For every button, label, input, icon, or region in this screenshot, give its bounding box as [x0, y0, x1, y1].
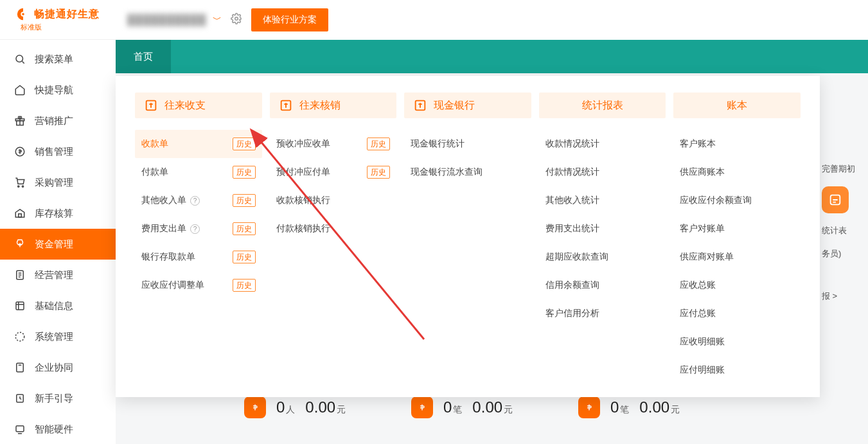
svg-rect-10 [16, 302, 24, 310]
sidebar-item-label: 基础信息 [35, 300, 73, 312]
svg-rect-14 [16, 426, 24, 432]
snippet-text: 完善期初 [822, 163, 855, 175]
stats-shortcut-icon[interactable] [822, 186, 849, 213]
help-icon[interactable]: ? [190, 224, 200, 234]
try-plan-button[interactable]: 体验行业方案 [251, 8, 328, 31]
ledger-icon [413, 98, 427, 112]
history-badge[interactable]: 历史 [367, 138, 390, 150]
mega-item[interactable]: 付款情况统计 [539, 158, 666, 186]
sidebar-item-sell[interactable]: 销售管理 [0, 136, 116, 167]
mega-column-header: 往来核销 [270, 93, 397, 118]
snippet-text: 务员) [822, 248, 841, 260]
sidebar: 畅捷通好生意 标准版 搜索菜单快捷导航营销推广销售管理采购管理库存核算资金管理经… [0, 0, 116, 444]
mega-item[interactable]: 应付总账 [673, 299, 801, 328]
mega-item-label: 预收冲应收单 [276, 138, 330, 150]
mega-item-label: 应收应付调整单 [141, 280, 204, 291]
mega-item[interactable]: 客户信用分析 [539, 299, 666, 328]
mega-item[interactable]: 预付冲应付单历史 [270, 158, 397, 186]
svg-point-2 [16, 55, 23, 62]
history-badge[interactable]: 历史 [233, 222, 256, 235]
sidebar-item-label: 采购管理 [35, 177, 73, 189]
sidebar-item-label: 新手引导 [35, 393, 73, 405]
mega-column-header: 账本 [673, 93, 801, 118]
mega-item-label: 供应商对账单 [680, 251, 734, 263]
mega-item[interactable]: 超期应收款查询 [539, 243, 666, 271]
new-icon [14, 393, 26, 404]
mega-item-label: 预付冲应付单 [276, 166, 330, 178]
mega-item[interactable]: 付款核销执行 [270, 215, 397, 243]
ledger-icon [279, 98, 293, 112]
sidebar-item-label: 智能硬件 [35, 423, 73, 436]
side-nav: 搜索菜单快捷导航营销推广销售管理采购管理库存核算资金管理经营管理基础信息系统管理… [0, 40, 116, 444]
sidebar-item-sys[interactable]: 系统管理 [0, 321, 116, 352]
mega-item-label: 应付明细账 [680, 364, 725, 376]
mega-item[interactable]: 收款情况统计 [539, 130, 666, 158]
help-icon[interactable]: ? [190, 196, 200, 206]
mega-item[interactable]: 现金银行统计 [404, 130, 531, 158]
mega-item-label: 收款单 [141, 138, 168, 150]
fund-icon [14, 238, 26, 250]
history-badge[interactable]: 历史 [233, 194, 256, 207]
sidebar-item-ent[interactable]: 企业协同 [0, 352, 116, 383]
history-badge[interactable]: 历史 [233, 279, 256, 292]
stat-amount: 0.00元 [305, 398, 346, 416]
mega-item-label: 其他收入统计 [545, 195, 599, 206]
sidebar-item-new[interactable]: 新手引导 [0, 383, 116, 414]
mega-item-label: 费用支出单? [141, 223, 200, 235]
sidebar-item-cart[interactable]: 采购管理 [0, 167, 116, 198]
sidebar-item-base[interactable]: 基础信息 [0, 290, 116, 321]
mega-item[interactable]: 应付明细账 [673, 356, 801, 384]
sidebar-item-home[interactable]: 快捷导航 [0, 75, 116, 105]
mega-item[interactable]: 应收应付调整单历史 [135, 271, 262, 299]
mega-item[interactable]: 收款核销执行 [270, 186, 397, 215]
mega-item[interactable]: 供应商账本 [673, 158, 801, 186]
svg-point-15 [235, 17, 238, 21]
mega-item-label: 付款情况统计 [545, 166, 599, 178]
mega-item[interactable]: 银行存取款单历史 [135, 243, 262, 271]
tab-home[interactable]: 首页 [116, 40, 171, 73]
sidebar-item-label: 销售管理 [35, 146, 73, 158]
mega-item[interactable]: 费用支出统计 [539, 215, 666, 243]
mega-column-title: 往来收支 [164, 99, 206, 112]
mega-item-label: 客户信用分析 [545, 308, 599, 319]
snippet-text: 统计表 [822, 225, 847, 236]
sidebar-item-stock[interactable]: 库存核算 [0, 198, 116, 229]
mega-item[interactable]: 其他收入统计 [539, 186, 666, 215]
history-badge[interactable]: 历史 [233, 251, 256, 263]
org-selector[interactable]: ██████████ ﹀ [127, 14, 222, 26]
sidebar-item-label: 搜索菜单 [35, 53, 73, 66]
mega-item[interactable]: 其他收入单?历史 [135, 186, 262, 215]
mega-item[interactable]: 应收总账 [673, 271, 801, 299]
svg-rect-8 [19, 214, 22, 217]
stats-strip: 0人0.00元0笔0.00元0笔0.00元 [244, 396, 849, 418]
sidebar-item-fund[interactable]: 资金管理 [0, 229, 116, 260]
stat-card: 0人0.00元 [244, 396, 373, 418]
mega-column-write_off: 往来核销预收冲应收单历史预付冲应付单历史收款核销执行付款核销执行 [270, 93, 397, 380]
sidebar-item-hw[interactable]: 智能硬件 [0, 414, 116, 444]
mega-item[interactable]: 费用支出单?历史 [135, 215, 262, 243]
gear-icon[interactable] [231, 13, 242, 27]
history-badge[interactable]: 历史 [233, 138, 256, 150]
mega-item[interactable]: 收款单历史 [135, 130, 262, 158]
mega-item[interactable]: 付款单历史 [135, 158, 262, 186]
history-badge[interactable]: 历史 [233, 166, 256, 179]
mega-item[interactable]: 信用余额查询 [539, 271, 666, 299]
svg-point-6 [18, 186, 19, 187]
mega-item[interactable]: 供应商对账单 [673, 243, 801, 271]
history-badge[interactable]: 历史 [367, 166, 390, 179]
sidebar-item-search[interactable]: 搜索菜单 [0, 44, 116, 75]
mega-item-label: 其他收入单? [141, 195, 200, 206]
brand-logo-icon [16, 7, 30, 21]
mega-item[interactable]: 预收冲应收单历史 [270, 130, 397, 158]
stat-icon [578, 396, 600, 418]
mega-column-header: 现金银行 [404, 93, 531, 118]
mega-item[interactable]: 现金银行流水查询 [404, 158, 531, 186]
mega-column-title: 账本 [727, 99, 747, 112]
mega-item[interactable]: 应收明细账 [673, 328, 801, 356]
mega-item[interactable]: 应收应付余额查询 [673, 186, 801, 215]
sidebar-item-gift[interactable]: 营销推广 [0, 105, 116, 136]
svg-point-7 [22, 186, 23, 187]
mega-item[interactable]: 客户对账单 [673, 215, 801, 243]
sidebar-item-ops[interactable]: 经营管理 [0, 260, 116, 290]
mega-item[interactable]: 客户账本 [673, 130, 801, 158]
